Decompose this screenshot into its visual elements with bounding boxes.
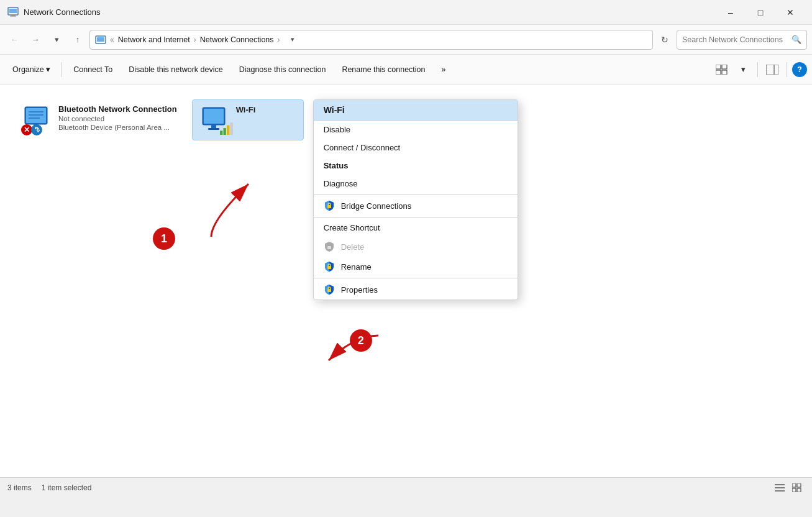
search-input[interactable] bbox=[682, 35, 789, 44]
nav-bar: ← → ▾ ↑ « Network and Internet › Network… bbox=[0, 25, 812, 55]
diagnose-button[interactable]: Diagnose this connection bbox=[232, 58, 334, 81]
address-icon bbox=[95, 34, 106, 45]
window-controls: – □ ✕ bbox=[716, 2, 805, 22]
context-menu-sep-2 bbox=[314, 217, 518, 217]
svg-rect-3 bbox=[10, 16, 16, 16]
bluetooth-name: Bluetooth Network Connection bbox=[58, 104, 177, 114]
svg-rect-24 bbox=[220, 130, 222, 135]
toolbar-separator-3 bbox=[787, 62, 787, 77]
up-button[interactable]: ↑ bbox=[68, 30, 87, 49]
refresh-button[interactable]: ↻ bbox=[655, 30, 674, 49]
toolbar-right: ▾ ? bbox=[713, 60, 807, 79]
address-prefix: « bbox=[110, 35, 114, 44]
organize-button[interactable]: Organize ▾ bbox=[5, 58, 58, 81]
preview-pane-button[interactable] bbox=[763, 60, 782, 79]
bluetooth-icon: ✕ ⮷ bbox=[22, 104, 52, 134]
svg-rect-2 bbox=[11, 15, 15, 16]
context-menu-rename[interactable]: Rename bbox=[314, 257, 518, 277]
svg-rect-27 bbox=[230, 122, 232, 135]
connect-disconnect-label: Connect / Disconnect bbox=[324, 143, 401, 152]
svg-rect-26 bbox=[227, 126, 229, 135]
back-button[interactable]: ← bbox=[5, 30, 24, 49]
wifi-name: Wi-Fi bbox=[236, 105, 256, 114]
shield-icon-delete bbox=[324, 241, 335, 252]
toolbar-separator-1 bbox=[62, 62, 62, 77]
shield-icon-bridge bbox=[324, 200, 335, 211]
svg-rect-48 bbox=[792, 483, 796, 487]
wifi-item[interactable]: Wi-Fi bbox=[192, 99, 304, 140]
status-label: Status bbox=[324, 161, 349, 170]
step-2-circle: 2 bbox=[350, 329, 372, 352]
items-row: ✕ ⮷ Bluetooth Network Connection Not con… bbox=[10, 94, 802, 145]
context-menu-disable[interactable]: Disable bbox=[314, 121, 518, 139]
window-icon bbox=[7, 6, 19, 19]
breadcrumb-sep-1: › bbox=[194, 35, 196, 44]
bluetooth-status: Not connected bbox=[58, 115, 177, 122]
context-menu-create-shortcut[interactable]: Create Shortcut bbox=[314, 219, 518, 237]
breadcrumb-network-connections[interactable]: Network Connections bbox=[200, 35, 274, 44]
view-dropdown-button[interactable]: ▾ bbox=[734, 60, 752, 79]
bluetooth-type: Bluetooth Device (Personal Area ... bbox=[58, 124, 177, 131]
minimize-button[interactable]: – bbox=[716, 2, 745, 22]
arrow-1 bbox=[162, 147, 286, 252]
context-menu-diagnose[interactable]: Diagnose bbox=[314, 175, 518, 193]
svg-rect-51 bbox=[797, 488, 801, 492]
forward-button[interactable]: → bbox=[26, 30, 45, 49]
help-button[interactable]: ? bbox=[792, 62, 807, 77]
context-menu-status[interactable]: Status bbox=[314, 157, 518, 175]
search-icon: 🔍 bbox=[791, 35, 801, 44]
context-menu-bridge[interactable]: Bridge Connections bbox=[314, 196, 518, 216]
change-view-button[interactable] bbox=[713, 60, 731, 79]
selected-count: 1 item selected bbox=[42, 483, 92, 492]
svg-rect-25 bbox=[223, 128, 226, 135]
wifi-item-wrapper: Wi-Fi Wi-Fi Disable Connect / Disconnect… bbox=[192, 99, 304, 140]
close-button[interactable]: ✕ bbox=[776, 2, 805, 22]
context-menu-delete: Delete bbox=[314, 237, 518, 257]
disable-label: Disable bbox=[324, 125, 350, 134]
svg-rect-9 bbox=[722, 70, 727, 75]
svg-rect-8 bbox=[716, 70, 721, 75]
toolbar-separator-2 bbox=[757, 62, 758, 77]
delete-label: Delete bbox=[341, 242, 365, 252]
view-tiles-icon bbox=[716, 65, 728, 75]
properties-label: Properties bbox=[341, 285, 378, 295]
shield-icon-rename bbox=[324, 261, 335, 272]
bluetooth-item[interactable]: ✕ ⮷ Bluetooth Network Connection Not con… bbox=[15, 99, 185, 140]
rename-button[interactable]: Rename this connection bbox=[334, 58, 432, 81]
signal-bars-icon bbox=[220, 121, 234, 135]
bridge-label: Bridge Connections bbox=[341, 201, 411, 211]
shield-icon-properties bbox=[324, 284, 335, 295]
svg-rect-22 bbox=[211, 125, 216, 128]
bluetooth-badge: ⮷ bbox=[31, 124, 42, 135]
bluetooth-info: Bluetooth Network Connection Not connect… bbox=[58, 104, 177, 131]
maximize-button[interactable]: □ bbox=[746, 2, 775, 22]
disable-button[interactable]: Disable this network device bbox=[121, 58, 230, 81]
svg-rect-49 bbox=[797, 483, 801, 487]
window-title: Network Connections bbox=[24, 7, 716, 17]
context-menu-properties[interactable]: Properties bbox=[314, 280, 518, 300]
more-button[interactable]: » bbox=[434, 58, 453, 81]
svg-rect-5 bbox=[97, 37, 104, 42]
content-area: ✕ ⮷ Bluetooth Network Connection Not con… bbox=[0, 85, 812, 497]
wifi-icon bbox=[200, 105, 230, 135]
svg-rect-30 bbox=[327, 246, 331, 249]
svg-rect-1 bbox=[9, 9, 17, 13]
large-icons-view-button[interactable] bbox=[790, 480, 805, 495]
item-count: 3 items bbox=[7, 483, 32, 492]
recent-locations-button[interactable]: ▾ bbox=[47, 30, 66, 49]
context-menu-sep-1 bbox=[314, 194, 518, 194]
step-1-circle: 1 bbox=[153, 227, 175, 250]
status-bar-right bbox=[772, 480, 805, 495]
address-dropdown-button[interactable]: ▾ bbox=[284, 31, 301, 48]
details-view-button[interactable] bbox=[772, 480, 787, 495]
connect-to-button[interactable]: Connect To bbox=[66, 58, 120, 81]
context-menu-header: Wi-Fi bbox=[314, 100, 518, 121]
context-menu-connect-disconnect[interactable]: Connect / Disconnect bbox=[314, 139, 518, 157]
address-bar[interactable]: « Network and Internet › Network Connect… bbox=[89, 30, 653, 50]
title-bar: Network Connections – □ ✕ bbox=[0, 0, 812, 25]
breadcrumb-network-internet[interactable]: Network and Internet bbox=[118, 35, 190, 44]
status-bar: 3 items 1 item selected bbox=[0, 477, 812, 497]
search-box: 🔍 bbox=[677, 30, 807, 50]
wifi-info: Wi-Fi bbox=[236, 105, 256, 114]
diagnose-label: Diagnose bbox=[324, 179, 358, 188]
